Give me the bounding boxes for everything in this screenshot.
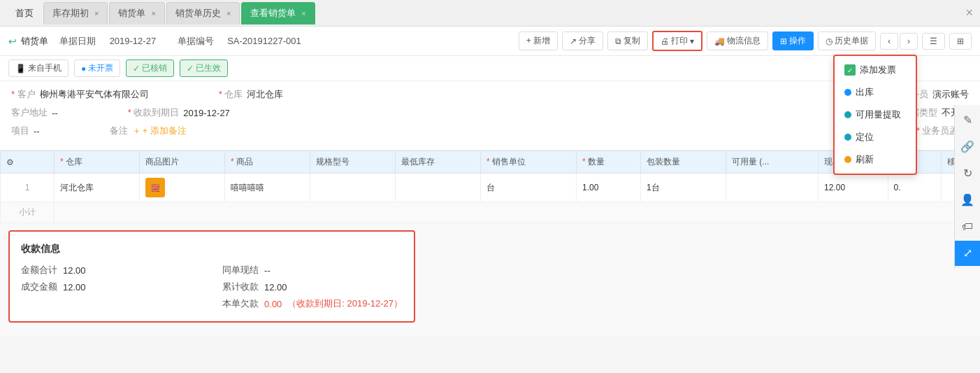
doc-icon: ↩ <box>8 36 17 47</box>
logistics-button[interactable]: 🚚 物流信息 <box>707 31 768 50</box>
row-available <box>726 174 819 202</box>
payment-date-label: 收款到期日 <box>128 106 180 119</box>
from-phone-button[interactable]: 📱 来自手机 <box>8 59 69 77</box>
copy-icon: ⧉ <box>615 36 621 46</box>
tab-sales-history[interactable]: 销货单历史 × <box>166 2 240 24</box>
doc-meta: 单据日期 2019-12-27 单据编号 SA-20191227-001 <box>59 35 312 48</box>
warehouse-field: 仓库 河北仓库 <box>219 88 284 101</box>
outbound-item[interactable]: 出库 <box>835 81 916 104</box>
tab-bar: 首页 库存期初 × 销货单 × 销货单历史 × 查看销货单 × × <box>0 0 980 27</box>
next-button[interactable]: › <box>900 33 918 50</box>
project-field: 项目 -- <box>11 125 40 137</box>
add-remark-button[interactable]: ＋ + 添加备注 <box>132 125 187 137</box>
check-icon: ✓ <box>133 64 140 73</box>
history-icon: ◷ <box>826 36 833 46</box>
share-button[interactable]: ↗ 分享 <box>562 31 603 50</box>
new-button[interactable]: + 新增 <box>519 31 558 50</box>
address-value: -- <box>52 108 58 118</box>
print-icon: 🖨 <box>661 36 669 46</box>
sidebar-refresh-icon[interactable]: ↻ <box>955 161 980 186</box>
sidebar-tag-icon[interactable]: 🏷 <box>955 214 980 239</box>
main-toolbar: ↩ 销货单 单据日期 2019-12-27 单据编号 SA-20191227-0… <box>0 27 980 56</box>
grid-view-button[interactable]: ⊞ <box>949 33 972 50</box>
col-product-img: 商品图片 <box>139 151 224 174</box>
col-pack-qty: 包装数量 <box>641 151 726 174</box>
address-label: 客户地址 <box>11 106 48 119</box>
history-button[interactable]: ◷ 历史单据 <box>818 31 876 50</box>
doc-type-label: 销货单 <box>21 35 48 48</box>
form-row-2: 客户地址 -- 收款到期日 2019-12-27 票据类型 不开票 <box>11 106 969 119</box>
prev-button[interactable]: ‹ <box>880 33 898 50</box>
col-unit: * 销售单位 <box>480 151 576 174</box>
sidebar-link-icon[interactable]: 🔗 <box>955 134 980 160</box>
address-field: 客户地址 -- <box>11 106 58 119</box>
sales-staff-label: 业务员孟 <box>916 125 959 137</box>
staff-value: 演示账号 <box>932 88 969 101</box>
transaction-label: 成交金额 <box>21 281 57 293</box>
project-label: 项目 <box>11 125 29 137</box>
project-value: -- <box>34 126 40 136</box>
subtotal-row: 小计 <box>1 202 980 223</box>
form-row-1: 客户 柳州粤港平安气体有限公司 仓库 河北仓库 业务员 演示账号 <box>11 88 969 101</box>
sidebar-user-icon[interactable]: 👤 <box>955 188 980 213</box>
bottom-area: 收款信息 金额合计 12.00 同单现结 -- 成交金额 12.00 累计收款 … <box>0 223 980 337</box>
col-quantity: * 数量 <box>577 151 641 174</box>
col-available: 可用量 (... <box>726 151 819 174</box>
overdue-row: 本单欠款 0.00 （收款到期日: 2019-12-27） <box>222 297 403 310</box>
row-quantity: 1.00 <box>577 174 641 202</box>
row-unit: 台 <box>480 174 576 202</box>
close-tab-inventory[interactable]: × <box>94 9 99 17</box>
right-sidebar: ✎ 🔗 ↻ 👤 🏷 ⤢ <box>954 105 980 269</box>
print-button[interactable]: 🖨 打印 ▾ <box>652 31 702 51</box>
close-tab-sales-history[interactable]: × <box>226 9 231 17</box>
close-tab-sales[interactable]: × <box>151 9 155 17</box>
overdue-hint: （收款到期日: 2019-12-27） <box>287 297 403 310</box>
number-value: SA-20191227-001 <box>227 36 301 46</box>
col-min-stock: 最低库存 <box>395 151 480 174</box>
col-warehouse: * 仓库 <box>54 151 139 174</box>
product-thumbnail: 🧱 <box>145 178 165 197</box>
outbound-icon <box>844 89 851 96</box>
subtotal-data <box>54 202 979 223</box>
window-close-button[interactable]: × <box>965 6 973 20</box>
not-opened-button[interactable]: ● 未开票 <box>74 59 120 77</box>
tab-inventory[interactable]: 库存期初 × <box>43 2 108 24</box>
cumulative-value: 12.00 <box>264 282 287 293</box>
tab-view-sales[interactable]: 查看销货单 × <box>241 2 315 24</box>
locate-item[interactable]: 定位 <box>835 126 916 148</box>
warehouse-value: 河北仓库 <box>247 88 283 101</box>
refresh-item[interactable]: 刷新 <box>835 148 916 171</box>
row-current-stock: 12.00 <box>819 174 888 202</box>
tab-home[interactable]: 首页 <box>7 3 42 24</box>
customer-value: 柳州粤港平安气体有限公司 <box>40 88 149 101</box>
payment-date-value: 2019-12-27 <box>183 108 230 118</box>
copy-button[interactable]: ⧉ 复制 <box>607 31 648 50</box>
truck-icon: 🚚 <box>714 36 725 46</box>
sidebar-edit-icon[interactable]: ✎ <box>955 108 980 133</box>
operations-button[interactable]: ⊞ 操作 <box>772 31 814 50</box>
transaction-row: 成交金额 12.00 <box>21 281 201 293</box>
row-index: 1 <box>1 174 55 202</box>
close-tab-view-sales[interactable]: × <box>301 9 305 17</box>
dot-icon: ● <box>81 64 86 73</box>
add-invoice-item[interactable]: ✓ 添加发票 <box>835 59 916 81</box>
operations-dropdown: ✓ 添加发票 出库 可用量提取 定位 刷新 <box>833 55 917 175</box>
total-value: 12.00 <box>63 265 86 276</box>
payment-info-box: 收款信息 金额合计 12.00 同单现结 -- 成交金额 12.00 累计收款 … <box>8 230 415 323</box>
cumulative-label: 累计收款 <box>222 281 259 293</box>
cumulative-row: 累计收款 12.00 <box>222 281 403 293</box>
confirmed-button[interactable]: ✓ 已核销 <box>126 59 174 77</box>
total-row: 金额合计 12.00 <box>21 264 201 276</box>
col-spec: 规格型号 <box>310 151 395 174</box>
sidebar-expand-icon[interactable]: ⤢ <box>955 241 980 266</box>
tab-sales[interactable]: 销货单 × <box>109 2 164 24</box>
remark-label: 备注 <box>110 125 128 137</box>
effective-button[interactable]: ✓ 已生效 <box>180 59 228 77</box>
plus-icon: ＋ <box>132 125 141 137</box>
available-qty-item[interactable]: 可用量提取 <box>835 104 916 126</box>
list-view-button[interactable]: ☰ <box>922 33 945 50</box>
transaction-value: 12.00 <box>63 282 86 293</box>
phone-icon: 📱 <box>15 64 26 73</box>
doc-title-area: ↩ 销货单 <box>8 35 48 48</box>
print-dropdown-arrow: ▾ <box>690 36 694 46</box>
